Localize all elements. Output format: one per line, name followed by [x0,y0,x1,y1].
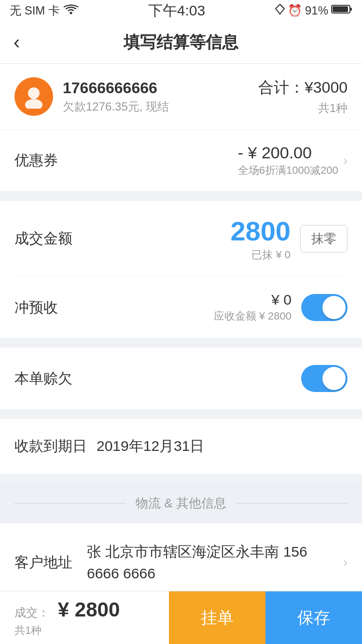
pre-collection-right: ¥ 0 应收金额 ¥ 2800 [214,292,348,323]
toggle-knob [322,296,346,319]
battery-icon [331,4,352,17]
address-row[interactable]: 客户地址 张 北京市市辖区海淀区永丰南 156 6666 6666 › [14,523,348,602]
wifi-icon [64,4,78,17]
deal-amount-sub: 已抹 ¥ 0 [230,248,291,262]
hold-order-button[interactable]: 挂单 [169,591,265,644]
due-date-label: 收款到期日 [14,436,87,456]
user-details: 17666666666 欠款1276.35元, 现结 [63,79,249,114]
pre-collection-values: ¥ 0 应收金额 ¥ 2800 [214,292,292,323]
sim-status: 无 SIM 卡 [10,3,60,18]
svg-rect-2 [333,6,348,12]
divider-line-left [14,503,126,504]
deal-amount-right: 2800 已抹 ¥ 0 抹零 [230,215,348,262]
status-time: 下午4:03 [148,1,205,21]
page-title: 填写结算等信息 [124,31,238,54]
pre-collection-label: 冲预收 [14,298,58,318]
due-date-value: 2019年12月31日 [97,436,204,456]
pre-collection-row: 冲预收 ¥ 0 应收金额 ¥ 2800 [14,277,348,338]
user-debt-info: 欠款1276.35元, 现结 [63,99,249,114]
debt-toggle[interactable] [301,365,348,392]
coupon-info: - ¥ 200.00 全场6折满1000减200 [238,143,338,178]
coupon-description: 全场6折满1000减200 [238,163,338,178]
amount-section: 成交金额 2800 已抹 ¥ 0 抹零 冲预收 ¥ 0 应收金额 ¥ 2800 [0,201,362,338]
address-value: 张 北京市市辖区海淀区永丰南 156 6666 6666 [87,541,343,584]
chevron-right-icon: › [343,153,348,168]
deal-amount-values: 2800 已抹 ¥ 0 [230,215,291,262]
user-phone: 17666666666 [63,79,249,97]
summary-count: 共1种 [14,623,154,638]
alarm-icon: ⏰ [288,4,302,17]
debt-label: 本单赊欠 [14,369,72,389]
nav-bar: ‹ 填写结算等信息 [0,21,362,64]
svg-rect-3 [350,8,352,11]
pre-collection-amount: ¥ 0 [214,292,292,308]
due-date-section: 收款到期日 2019年12月31日 [0,419,362,474]
divider-line-right [236,503,348,504]
svg-point-4 [28,87,40,99]
status-left: 无 SIM 卡 [10,3,78,18]
back-button[interactable]: ‹ [14,31,20,53]
coupon-right: - ¥ 200.00 全场6折满1000减200 › [238,143,348,178]
svg-point-5 [25,99,42,109]
total-amount: 合计：¥3000 [258,77,348,98]
bottom-bar: 成交： ¥ 2800 共1种 挂单 保存 [0,591,362,644]
pre-collection-toggle[interactable] [301,294,348,321]
debt-row: 本单赊欠 [14,348,348,409]
order-total: 合计：¥3000 共1种 [258,77,348,116]
debt-toggle-knob [322,367,346,390]
bottom-summary: 成交： ¥ 2800 共1种 [0,598,169,638]
debt-section: 本单赊欠 [0,348,362,409]
battery-percent: 91% [305,4,328,17]
summary-label: 成交： [14,606,49,619]
total-count: 共1种 [258,100,348,116]
address-section: 客户地址 张 北京市市辖区海淀区永丰南 156 6666 6666 › [0,523,362,602]
logistics-divider: 物流 & 其他信息 [0,483,362,523]
coupon-row[interactable]: 优惠券 - ¥ 200.00 全场6折满1000减200 › [0,129,362,191]
user-info-row: 17666666666 欠款1276.35元, 现结 合计：¥3000 共1种 [0,64,362,129]
divider-label: 物流 & 其他信息 [136,495,226,512]
status-right: ⏰ 91% [275,4,352,17]
location-icon [275,4,285,17]
save-button[interactable]: 保存 [265,591,362,644]
due-date-row: 收款到期日 2019年12月31日 [14,419,348,474]
deal-amount-value: 2800 [230,215,291,247]
summary-amount: ¥ 2800 [58,598,120,621]
pre-collection-sub: 应收金额 ¥ 2800 [214,309,292,323]
avatar [14,77,53,116]
round-zero-button[interactable]: 抹零 [300,225,348,252]
address-chevron-icon: › [343,555,348,570]
user-card: 17666666666 欠款1276.35元, 现结 合计：¥3000 共1种 … [0,64,362,191]
address-label: 客户地址 [14,553,72,573]
deal-amount-label: 成交金额 [14,229,72,249]
coupon-amount: - ¥ 200.00 [238,143,338,162]
coupon-label: 优惠券 [14,151,58,170]
svg-point-0 [70,12,72,14]
status-bar: 无 SIM 卡 下午4:03 ⏰ 91% [0,0,362,21]
deal-amount-row: 成交金额 2800 已抹 ¥ 0 抹零 [14,201,348,277]
summary-line: 成交： ¥ 2800 [14,598,154,621]
